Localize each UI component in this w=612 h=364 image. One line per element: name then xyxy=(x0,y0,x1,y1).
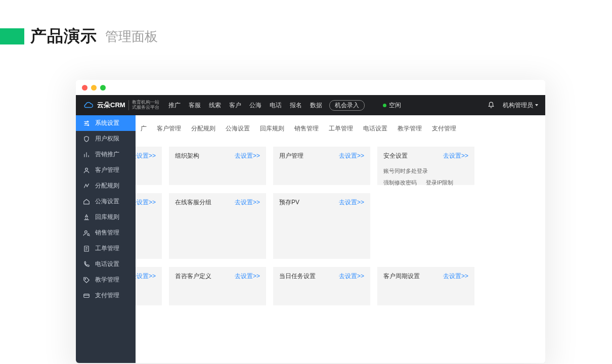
heading-title: 产品演示 xyxy=(30,25,97,48)
settings-tab[interactable]: 支付管理 xyxy=(427,121,461,136)
settings-card: 用户管理去设置>> xyxy=(273,147,370,185)
topnav-item[interactable]: 数据 xyxy=(310,101,322,110)
bell-icon[interactable] xyxy=(488,102,495,109)
go-settings-link[interactable]: 去设置>> xyxy=(136,152,156,160)
sidebar-item-label: 公海设置 xyxy=(95,197,119,206)
tag-icon xyxy=(83,277,90,284)
settings-tab[interactable]: 回库规则 xyxy=(255,121,289,136)
sidebar-item[interactable]: 工单管理 xyxy=(76,241,136,256)
heading-subtitle: 管理面板 xyxy=(105,28,158,46)
settings-tab[interactable]: 客户管理 xyxy=(152,121,186,136)
sidebar: 系统设置用户权限营销推广客户管理分配规则公海设置回库规则销售管理工单管理电话设置… xyxy=(76,115,136,363)
status-indicator[interactable]: 空闲 xyxy=(383,101,401,110)
go-settings-link[interactable]: 去设置>> xyxy=(136,198,156,207)
svg-point-7 xyxy=(85,278,86,279)
topnav-item[interactable]: 公海 xyxy=(249,101,261,110)
sidebar-item-label: 客户管理 xyxy=(95,166,119,174)
chart-bars-icon xyxy=(83,151,90,158)
card-tags: 账号同时多处登录强制修改密码登录IP限制 xyxy=(383,167,468,187)
sidebar-item-label: 用户权限 xyxy=(95,134,119,143)
top-nav: 推广 客服 线索 客户 公海 电话 报名 数据 xyxy=(168,101,322,110)
go-settings-link[interactable]: 去设置>> xyxy=(235,152,260,160)
settings-card: 安全设置去设置>>账号同时多处登录强制修改密码登录IP限制 xyxy=(377,147,474,185)
topnav-item[interactable]: 推广 xyxy=(168,101,181,110)
recycle-icon xyxy=(83,214,90,221)
settings-card: 置去设置>> xyxy=(136,193,162,259)
sidebar-item[interactable]: 公海设置 xyxy=(76,194,136,209)
app-window: 云朵CRM 教育机构一站 式服务云平台 推广 客服 线索 客户 公海 电话 报名… xyxy=(76,80,545,363)
settings-tab[interactable]: 电话设置 xyxy=(358,121,392,136)
sidebar-item-label: 支付管理 xyxy=(95,291,119,300)
topnav-item[interactable]: 客服 xyxy=(189,101,201,110)
go-settings-link[interactable]: 去设置>> xyxy=(339,198,364,207)
logo-tagline-2: 式服务云平台 xyxy=(132,105,159,110)
card-title: 用户管理 xyxy=(279,152,303,159)
house-icon xyxy=(83,198,90,205)
window-close-dot[interactable] xyxy=(82,85,88,90)
user-icon xyxy=(83,167,90,174)
sidebar-item[interactable]: 电话设置 xyxy=(76,256,136,272)
go-settings-link[interactable]: 去设置>> xyxy=(235,198,260,207)
topnav-item[interactable]: 线索 xyxy=(209,101,221,110)
record-button[interactable]: 机会录入 xyxy=(329,100,365,111)
topnav-item[interactable]: 电话 xyxy=(270,101,282,110)
window-max-dot[interactable] xyxy=(100,85,106,90)
phone-icon xyxy=(83,261,90,268)
card-row: 则去设置>>首咨客户定义去设置>>当日任务设置去设置>>客户周期设置去设置>> xyxy=(136,267,538,305)
sidebar-item-label: 分配规则 xyxy=(95,181,119,190)
sidebar-item-label: 工单管理 xyxy=(95,244,119,253)
go-settings-link[interactable]: 去设置>> xyxy=(443,272,468,281)
sidebar-item[interactable]: 系统设置 xyxy=(76,115,136,131)
sidebar-item[interactable]: 分配规则 xyxy=(76,178,136,194)
settings-card: 组织架构去设置>> xyxy=(169,147,266,185)
settings-card: 去设置>> xyxy=(136,147,162,185)
logo-text: 云朵CRM xyxy=(97,101,125,110)
settings-tab[interactable]: 分配规则 xyxy=(186,121,221,136)
settings-tab[interactable]: 工单管理 xyxy=(324,121,358,136)
sidebar-item-label: 营销推广 xyxy=(95,150,119,159)
sidebar-item-label: 电话设置 xyxy=(95,260,119,268)
sidebar-item[interactable]: 用户权限 xyxy=(76,131,136,147)
settings-tab[interactable]: 广 xyxy=(136,121,152,136)
topnav-item[interactable]: 客户 xyxy=(229,101,241,110)
sidebar-item[interactable]: 回库规则 xyxy=(76,209,136,225)
sidebar-item-label: 教学管理 xyxy=(95,276,119,284)
go-settings-link[interactable]: 去设置>> xyxy=(443,152,468,160)
settings-tab[interactable]: 公海设置 xyxy=(221,121,255,136)
sidebar-item-label: 回库规则 xyxy=(95,213,119,221)
status-dot-icon xyxy=(383,104,386,107)
sidebar-item[interactable]: 销售管理 xyxy=(76,225,136,241)
go-settings-link[interactable]: 去设置>> xyxy=(339,152,364,160)
window-min-dot[interactable] xyxy=(91,85,97,90)
sidebar-item[interactable]: 支付管理 xyxy=(76,288,136,303)
caret-down-icon xyxy=(535,104,538,106)
logo-tagline: 教育机构一站 式服务云平台 xyxy=(128,100,159,110)
sidebar-item-label: 销售管理 xyxy=(95,229,119,237)
sidebar-item[interactable]: 营销推广 xyxy=(76,147,136,162)
go-settings-link[interactable]: 去设置>> xyxy=(136,272,156,281)
go-settings-link[interactable]: 去设置>> xyxy=(235,272,260,281)
settings-card: 则去设置>> xyxy=(136,267,162,305)
settings-sliders-icon xyxy=(83,120,90,127)
logo[interactable]: 云朵CRM 教育机构一站 式服务云平台 xyxy=(83,100,159,110)
user-menu[interactable]: 机构管理员 xyxy=(503,101,538,110)
card-tag: 登录IP限制 xyxy=(426,179,453,187)
settings-tab[interactable]: 教学管理 xyxy=(392,121,427,136)
settings-tab[interactable]: 销售管理 xyxy=(289,121,324,136)
card-title: 组织架构 xyxy=(175,152,199,159)
card-icon xyxy=(83,292,90,299)
settings-card: 预存PV去设置>> xyxy=(273,193,370,259)
rule-icon xyxy=(83,183,90,190)
card-row: 去设置>>组织架构去设置>>用户管理去设置>>安全设置去设置>>账号同时多处登录… xyxy=(136,147,538,185)
sidebar-item[interactable]: 教学管理 xyxy=(76,272,136,288)
cloud-icon xyxy=(83,101,94,109)
topnav-item[interactable]: 报名 xyxy=(290,101,302,110)
card-title: 预存PV xyxy=(279,199,299,206)
logo-tagline-1: 教育机构一站 xyxy=(132,100,159,105)
sidebar-item[interactable]: 客户管理 xyxy=(76,162,136,178)
settings-tabs: 广客户管理分配规则公海设置回库规则销售管理工单管理电话设置教学管理支付管理 xyxy=(136,115,545,136)
document-icon xyxy=(83,245,90,252)
card-tag: 账号同时多处登录 xyxy=(383,167,428,175)
topbar: 云朵CRM 教育机构一站 式服务云平台 推广 客服 线索 客户 公海 电话 报名… xyxy=(76,95,545,115)
go-settings-link[interactable]: 去设置>> xyxy=(339,272,364,281)
